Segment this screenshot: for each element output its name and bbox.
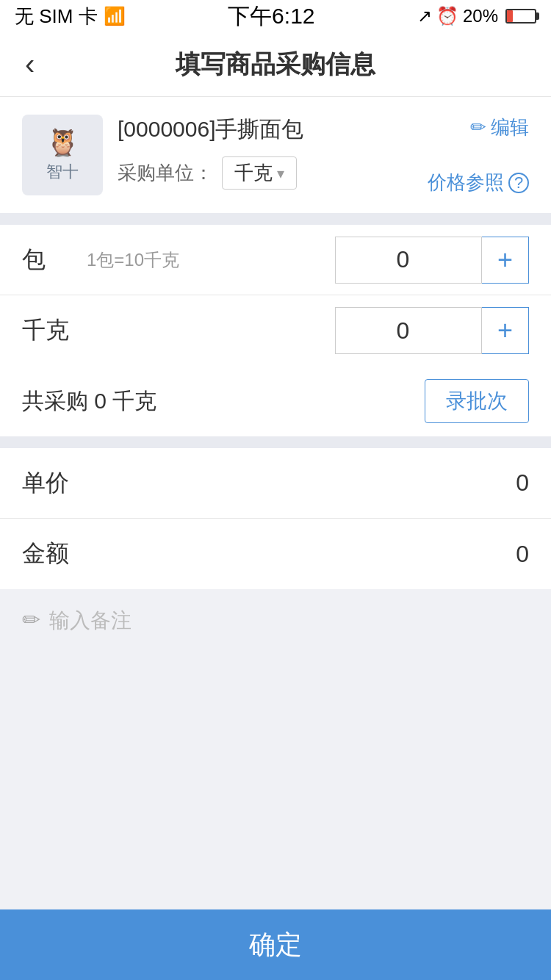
back-button[interactable]: ‹ — [18, 40, 42, 88]
section-divider-1 — [0, 213, 551, 225]
price-ref-button[interactable]: 价格参照 ? — [428, 170, 529, 195]
product-card: 🦉 智十 [0000006]手撕面包 采购单位： 千克 ▾ ✏ 编辑 价格参照 … — [0, 97, 551, 213]
remark-section[interactable]: ✏ 输入备注 — [0, 589, 551, 824]
unit-price-value: 0 — [516, 469, 529, 497]
kg-input-row: 千克 + — [0, 295, 551, 366]
kg-quantity-input[interactable] — [335, 307, 482, 354]
status-left: 无 SIM 卡 📶 — [15, 4, 126, 29]
alarm-icon: ⏰ — [436, 6, 458, 26]
product-thumb-label: 智十 — [46, 161, 79, 183]
help-icon: ? — [508, 173, 529, 193]
edit-button[interactable]: ✏ 编辑 — [470, 115, 529, 140]
amount-label: 金额 — [22, 538, 69, 570]
unit-value: 千克 — [234, 160, 273, 186]
unit-label: 采购单位： — [118, 160, 213, 186]
kg-input-group: + — [335, 307, 529, 354]
status-right: ↗ ⏰ 20% — [417, 6, 536, 26]
product-thumb-icon: 🦉 — [46, 127, 79, 158]
product-thumbnail: 🦉 智十 — [22, 115, 103, 195]
input-section: 包 1包=10千克 + 千克 + — [0, 225, 551, 366]
pack-input-row: 包 1包=10千克 + — [0, 225, 551, 295]
battery-text: 20% — [463, 6, 498, 26]
edit-label: 编辑 — [491, 115, 529, 140]
unit-select[interactable]: 千克 ▾ — [222, 156, 297, 190]
pack-sublabel: 1包=10千克 — [87, 248, 179, 272]
unit-dropdown-arrow: ▾ — [277, 165, 284, 182]
status-time: 下午6:12 — [228, 1, 314, 32]
wifi-icon: 📶 — [104, 6, 126, 26]
price-ref-label: 价格参照 — [428, 170, 504, 195]
price-section: 单价 0 金额 0 — [0, 448, 551, 589]
unit-price-label: 单价 — [22, 467, 69, 500]
status-bar: 无 SIM 卡 📶 下午6:12 ↗ ⏰ 20% — [0, 0, 551, 32]
pack-plus-button[interactable]: + — [482, 237, 529, 284]
summary-text: 共采购 0 千克 — [22, 386, 156, 417]
remark-placeholder: 输入备注 — [49, 607, 132, 635]
location-icon: ↗ — [417, 6, 432, 26]
pack-quantity-input[interactable] — [335, 237, 482, 284]
confirm-button[interactable]: 确定 — [0, 909, 551, 980]
kg-label: 千克 — [22, 314, 81, 347]
page-title: 填写商品采购信息 — [176, 48, 375, 82]
product-name: [0000006]手撕面包 — [118, 115, 529, 145]
nav-bar: ‹ 填写商品采购信息 — [0, 32, 551, 97]
kg-plus-button[interactable]: + — [482, 307, 529, 354]
summary-row: 共采购 0 千克 录批次 — [0, 366, 551, 436]
section-divider-2 — [0, 436, 551, 448]
pencil-icon: ✏ — [22, 607, 40, 633]
edit-icon: ✏ — [470, 116, 486, 139]
battery-icon — [505, 9, 536, 24]
amount-row: 金额 0 — [0, 519, 551, 589]
unit-price-row: 单价 0 — [0, 448, 551, 519]
pack-label: 包 — [22, 244, 81, 276]
amount-value: 0 — [516, 541, 529, 568]
pack-input-group: + — [335, 237, 529, 284]
batch-button[interactable]: 录批次 — [425, 379, 529, 423]
carrier-text: 无 SIM 卡 — [15, 4, 98, 29]
